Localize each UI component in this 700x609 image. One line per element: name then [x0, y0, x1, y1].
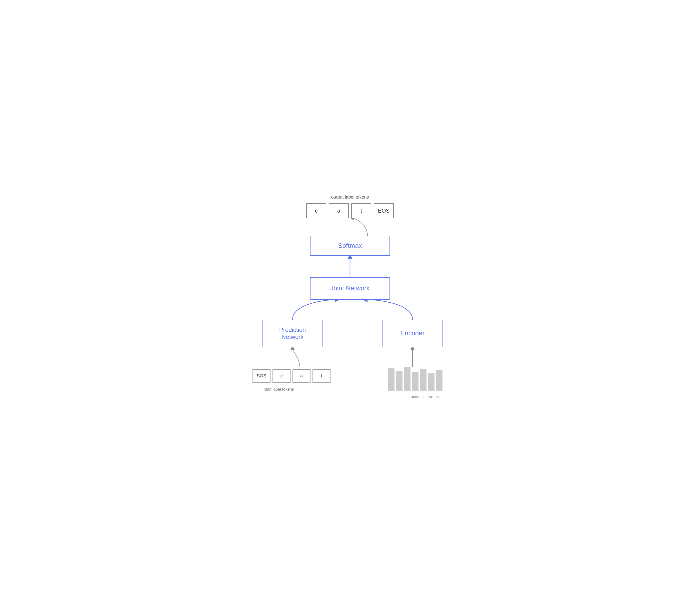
softmax-box: Softmax: [310, 236, 390, 256]
acoustic-label: acoustic frames: [411, 395, 439, 399]
acoustic-bar-3: [404, 367, 411, 391]
input-token-t: t: [312, 369, 330, 383]
output-token-a: a: [329, 203, 349, 218]
prediction-network-label: PredictionNetwork: [279, 326, 306, 341]
acoustic-bar-2: [396, 371, 402, 391]
output-token-eos: EOS: [374, 203, 394, 218]
acoustic-bar-7: [436, 370, 443, 391]
output-token-t: t: [351, 203, 371, 218]
input-tokens-row: SOS c a t: [252, 369, 330, 383]
output-label: output label tokens: [331, 195, 369, 200]
input-token-sos: SOS: [252, 369, 270, 383]
acoustic-bar-6: [428, 373, 434, 391]
input-label: Input label tokens: [263, 387, 294, 392]
acoustic-bar-5: [420, 369, 427, 391]
prediction-network-box: PredictionNetwork: [263, 320, 323, 347]
output-token-c: c: [306, 203, 326, 218]
acoustic-frames: [388, 367, 443, 391]
input-token-c: c: [272, 369, 290, 383]
encoder-box: Encoder: [382, 320, 443, 347]
acoustic-bar-4: [412, 372, 418, 391]
acoustic-bar-1: [388, 368, 395, 391]
diagram-container: output label tokens c a t EOS Softmax Jo…: [237, 192, 463, 417]
output-tokens-row: c a t EOS: [306, 203, 394, 218]
joint-network-box: Joint Network: [310, 277, 390, 300]
input-token-a: a: [292, 369, 310, 383]
